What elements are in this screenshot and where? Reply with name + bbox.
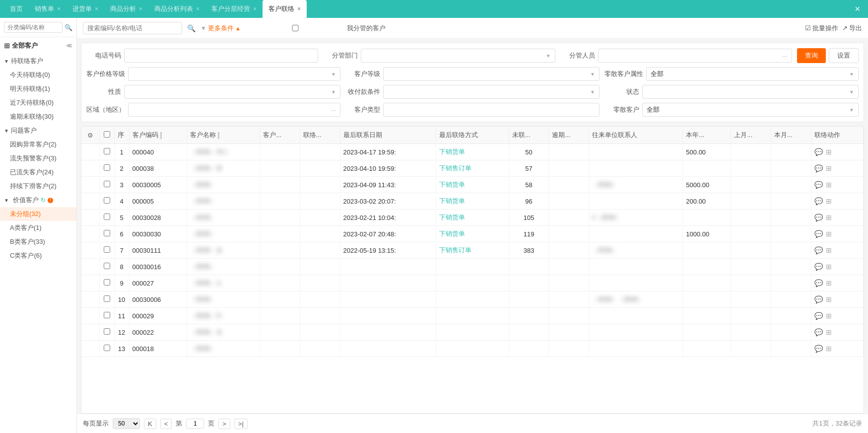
grid-action-icon-6[interactable]: ⊞ [826, 246, 832, 254]
method-link-2[interactable]: 下销货单 [439, 181, 465, 188]
reset-button[interactable]: 设置 [829, 48, 859, 63]
person-more-icon[interactable]: ··· [782, 52, 788, 60]
more-conditions-btn[interactable]: ▼ 更多条件 ▲ [200, 24, 241, 33]
td-last-method-9[interactable] [436, 291, 509, 308]
status-select[interactable]: ▼ [642, 85, 859, 99]
sidebar-item-churn-warning[interactable]: 流失预警客户(3) [0, 151, 76, 165]
grid-action-icon-0[interactable]: ⊞ [826, 148, 832, 156]
sidebar-item-7day-pending[interactable]: 近7天待联络(0) [0, 96, 76, 110]
td-check-4[interactable] [99, 210, 114, 226]
td-check-6[interactable] [99, 242, 114, 259]
th-last-month[interactable]: 上月... [731, 127, 771, 144]
chat-icon-12[interactable]: 💬 [814, 345, 823, 353]
sidebar-item-abnormal[interactable]: 因购异常客户(2) [0, 138, 76, 151]
tab-purchase[interactable]: 进货单 × [67, 0, 104, 18]
close-analysis-list-tab[interactable]: × [196, 5, 200, 12]
grid-action-icon-10[interactable]: ⊞ [826, 312, 832, 320]
window-close-button[interactable]: × [851, 4, 864, 14]
grid-action-icon-2[interactable]: ⊞ [826, 181, 832, 189]
tab-home[interactable]: 首页 [4, 0, 29, 18]
th-unit-contact[interactable]: 往来单位联系人 [589, 127, 683, 144]
td-check-9[interactable] [99, 291, 114, 308]
row-checkbox-3[interactable] [104, 197, 110, 204]
chat-icon-5[interactable]: 💬 [814, 230, 823, 238]
sidebar-item-type-a[interactable]: A类客户(1) [0, 221, 76, 235]
grid-action-icon-1[interactable]: ⊞ [826, 164, 832, 172]
close-purchase-tab[interactable]: × [95, 5, 98, 12]
td-check-11[interactable] [99, 324, 114, 341]
search-input[interactable] [83, 22, 182, 34]
tab-sales[interactable]: 销售单 × [29, 0, 67, 18]
level-select[interactable]: ▼ [383, 67, 600, 81]
grid-action-icon-3[interactable]: ⊞ [826, 197, 832, 205]
gender-select[interactable]: ▼ [124, 85, 340, 99]
grid-action-icon-4[interactable]: ⊞ [826, 214, 832, 221]
close-customer-contact-tab[interactable]: × [297, 5, 301, 12]
row-checkbox-2[interactable] [104, 181, 110, 187]
td-check-2[interactable] [99, 177, 114, 193]
chat-icon-8[interactable]: 💬 [814, 279, 823, 287]
td-last-method-5[interactable]: 下销货单 [436, 226, 509, 242]
th-code[interactable]: 客户编码 [129, 127, 187, 144]
person-select[interactable]: ··· [598, 49, 792, 63]
retail-select[interactable]: 全部▼ [642, 103, 859, 117]
td-last-method-6[interactable]: 下销售订单 [436, 242, 509, 259]
price-level-select[interactable]: ▼ [128, 67, 340, 81]
all-customers-header[interactable]: ⊞ 全部客户 ≪ [0, 37, 76, 54]
method-link-1[interactable]: 下销售订单 [439, 164, 471, 172]
chat-icon-9[interactable]: 💬 [814, 295, 823, 303]
sidebar-item-type-c[interactable]: C类客户(6) [0, 249, 76, 263]
close-sales-tab[interactable]: × [57, 5, 61, 12]
dept-select[interactable]: ▼ [361, 49, 555, 63]
chat-icon-7[interactable]: 💬 [814, 263, 823, 271]
tab-customer-tier[interactable]: 客户分层经营 × [205, 0, 263, 18]
close-customer-tier-tab[interactable]: × [253, 5, 257, 12]
td-last-method-4[interactable]: 下销货单 [436, 210, 509, 226]
td-last-method-10[interactable] [436, 308, 509, 324]
score-group-header[interactable]: ▼ 价值客户 ↻ ! [0, 193, 76, 207]
grid-action-icon-8[interactable]: ⊞ [826, 279, 832, 287]
th-contact[interactable]: 联络... [300, 127, 340, 144]
row-checkbox-4[interactable] [104, 214, 110, 220]
th-last-date[interactable]: 最后联系日期 [340, 127, 436, 144]
td-check-1[interactable] [99, 160, 114, 177]
search-icon-btn[interactable]: 🔍 [187, 24, 196, 32]
grid-action-icon-9[interactable]: ⊞ [826, 295, 832, 303]
chat-icon-6[interactable]: 💬 [814, 246, 823, 254]
next-page-btn[interactable]: > [218, 419, 230, 429]
td-check-7[interactable] [99, 259, 114, 275]
pending-group-header[interactable]: ▼ 待联络客户 [0, 54, 76, 68]
row-checkbox-1[interactable] [104, 164, 110, 171]
sidebar-item-overdue-pending[interactable]: 逾期未联络(30) [0, 110, 76, 124]
chat-icon-10[interactable]: 💬 [814, 312, 823, 320]
th-this-month[interactable]: 本月... [771, 127, 811, 144]
phone-input[interactable] [124, 49, 318, 63]
method-link-5[interactable]: 下销货单 [439, 230, 465, 237]
page-number-input[interactable] [186, 419, 204, 429]
th-last-method[interactable]: 最后联络方式 [436, 127, 509, 144]
select-all-checkbox[interactable] [104, 131, 110, 138]
td-last-method-7[interactable] [436, 259, 509, 275]
row-checkbox-9[interactable] [104, 295, 110, 302]
region-more-icon[interactable]: ··· [331, 106, 336, 114]
td-last-method-11[interactable] [436, 324, 509, 341]
my-customer-checkbox-label[interactable]: 我分管的客户 [246, 24, 386, 33]
tab-analysis-list[interactable]: 商品分析列表 × [148, 0, 205, 18]
payment-select[interactable]: ▼ [383, 85, 600, 99]
collapse-icon[interactable]: ≪ [66, 42, 72, 49]
sidebar-search-icon[interactable]: 🔍 [65, 24, 72, 31]
grid-action-icon-12[interactable]: ⊞ [826, 345, 832, 353]
row-checkbox-12[interactable] [104, 345, 110, 351]
sidebar-item-churned[interactable]: 已流失客户(24) [0, 165, 76, 179]
td-last-method-2[interactable]: 下销货单 [436, 177, 509, 193]
grid-action-icon-7[interactable]: ⊞ [826, 263, 832, 271]
td-check-3[interactable] [99, 193, 114, 210]
refresh-icon[interactable]: ↻ [41, 197, 46, 204]
td-last-method-0[interactable]: 下销货单 [436, 144, 509, 160]
row-checkbox-11[interactable] [104, 328, 110, 335]
th-this-year[interactable]: 本年... [683, 127, 731, 144]
grid-action-icon-11[interactable]: ⊞ [826, 328, 832, 336]
sidebar-item-tomorrow-pending[interactable]: 明天待联络(1) [0, 82, 76, 96]
customer-type-select[interactable] [383, 103, 600, 117]
chat-icon-2[interactable]: 💬 [814, 181, 823, 189]
